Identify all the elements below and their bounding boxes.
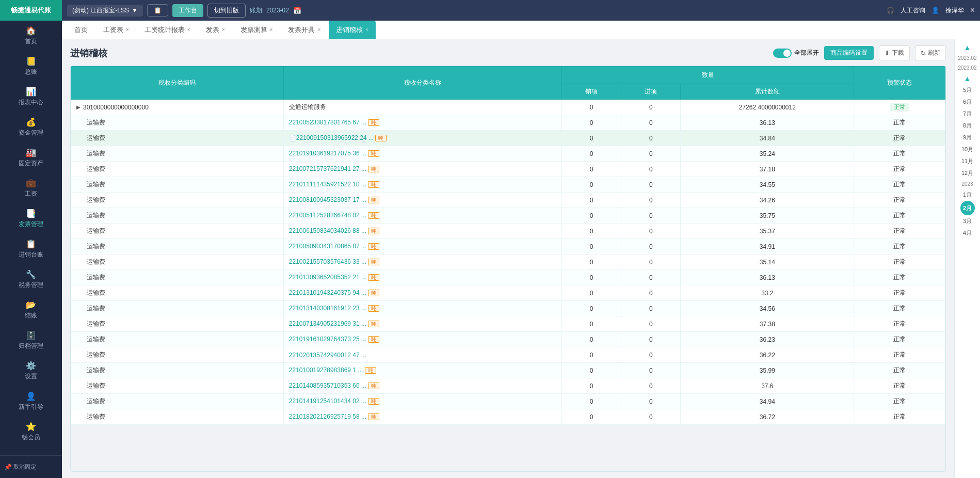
table-row[interactable]: 运输费 221007215737621941 27 ... 吨 0 0 37.1… — [71, 162, 945, 177]
tab-close-icon[interactable]: × — [222, 27, 225, 33]
table-row[interactable]: 运输费 221018202126925719 58 ... 吨 0 0 36.7… — [71, 409, 945, 425]
tab-invoice-issue[interactable]: 发票开具 × — [281, 21, 328, 39]
row-code: 运输费 — [71, 254, 284, 270]
unit-tag[interactable]: 吨 — [368, 383, 379, 389]
unit-tag[interactable]: 吨 — [368, 166, 379, 172]
table-row[interactable]: 运输费 221005112528266748 02 ... 吨 0 0 35.7… — [71, 208, 945, 224]
table-row[interactable]: 运输费 221007134905231969 31 ... 吨 0 0 37.3… — [71, 316, 945, 332]
expand-triangle-icon[interactable]: ▶ — [76, 104, 81, 110]
timeline-down-arrow[interactable]: ▲ — [962, 73, 973, 84]
table-row[interactable]: 运输费 221019161029764373 25 ... 吨 0 0 36.2… — [71, 332, 945, 347]
calendar-icon[interactable]: 📅 — [293, 7, 301, 14]
unit-tag[interactable]: 吨 — [368, 274, 379, 281]
tab-home[interactable]: 首页 — [67, 21, 95, 39]
unit-tag[interactable]: 吨 — [375, 135, 387, 141]
copy-button[interactable]: 📋 — [147, 4, 168, 17]
close-button[interactable]: × — [970, 6, 975, 15]
timeline-month-10[interactable]: 10月 — [955, 144, 980, 155]
workbench-button[interactable]: 工作台 — [172, 4, 203, 17]
unit-tag[interactable]: 吨 — [368, 259, 379, 265]
tab-close-icon[interactable]: × — [317, 27, 320, 33]
unit-tag[interactable]: 吨 — [368, 228, 379, 234]
tab-close-icon[interactable]: × — [126, 27, 129, 33]
row-sales: 0 — [561, 131, 621, 146]
sidebar-item-invoice[interactable]: 📑 发票管理 — [0, 203, 62, 234]
table-row[interactable]: 运输费 221010019278983869 1 ... 吨 0 0 35.99… — [71, 363, 945, 378]
tab-reconcile[interactable]: 进销稽核 × — [329, 21, 376, 39]
unit-tag[interactable]: 吨 — [368, 119, 379, 126]
product-code-settings-button[interactable]: 商品编码设置 — [824, 46, 874, 60]
sidebar-item-funds[interactable]: 💰 资金管理 — [0, 112, 62, 142]
unit-tag[interactable]: 吨 — [368, 150, 379, 157]
table-row[interactable]: 运输费 221011111435921522 10 ... 吨 0 0 34.5… — [71, 177, 945, 193]
table-row[interactable]: 运输费 📄221009150313965922 24 ... 吨 0 0 34.… — [71, 131, 945, 146]
timeline-month-2[interactable]: 2月 — [960, 201, 975, 215]
unit-tag[interactable]: 吨 — [368, 212, 379, 219]
tab-close-icon[interactable]: × — [187, 27, 190, 33]
table-row[interactable]: 运输费 221008100945323037 17 ... 吨 0 0 34.2… — [71, 193, 945, 208]
sidebar-item-home[interactable]: 🏠 首页 — [0, 21, 62, 51]
table-row[interactable]: 运输费 221005233817801765 67 ... 吨 0 0 36.1… — [71, 115, 945, 131]
row-purchase: 0 — [621, 378, 681, 394]
company-selector[interactable]: (勿动) 江西报宝-LSS ▼ — [67, 5, 143, 17]
tab-invoice[interactable]: 发票 × — [199, 21, 232, 39]
expand-toggle[interactable] — [773, 49, 792, 58]
sidebar-item-tax[interactable]: 🔧 税务管理 — [0, 264, 62, 295]
table-row[interactable]: 运输费 221002155703576436 33 ... 吨 0 0 35.1… — [71, 254, 945, 270]
table-row[interactable]: ▶ 3010000000000000000 交通运输服务 0 0 27262.4… — [71, 100, 945, 115]
table-row[interactable]: 运输费 221005090343170865 87 ... 吨 0 0 34.9… — [71, 239, 945, 254]
timeline-up-arrow[interactable]: ▲ — [962, 42, 973, 53]
table-row[interactable]: 运输费 221014191254101434 02 ... 吨 0 0 34.9… — [71, 394, 945, 409]
sidebar-item-reports[interactable]: 📊 报表中心 — [0, 82, 62, 112]
timeline-month-9[interactable]: 9月 — [955, 132, 980, 144]
row-invoice-num: 221019103619217075 36 ... 吨 — [283, 146, 561, 162]
unit-tag[interactable]: 吨 — [368, 336, 379, 343]
sidebar-item-archive[interactable]: 🗄️ 归档管理 — [0, 325, 62, 356]
unit-tag[interactable]: 吨 — [365, 367, 376, 374]
sidebar-item-settings[interactable]: ⚙️ 设置 — [0, 356, 62, 386]
unit-tag[interactable]: 吨 — [368, 181, 379, 188]
timeline-month-8[interactable]: 8月 — [955, 120, 980, 132]
timeline-month-5[interactable]: 5月 — [955, 84, 980, 96]
table-row[interactable]: 运输费 221014085935710353 66 ... 吨 0 0 37.6… — [71, 378, 945, 394]
table-row[interactable]: 运输费 221019103619217075 36 ... 吨 0 0 35.2… — [71, 146, 945, 162]
row-code: ▶ 3010000000000000000 — [71, 100, 284, 115]
support-label[interactable]: 人工咨询 — [901, 6, 925, 15]
tab-close-icon[interactable]: × — [270, 27, 273, 33]
sidebar-item-close[interactable]: 📂 结账 — [0, 295, 62, 325]
timeline-month-12[interactable]: 12月 — [955, 167, 980, 179]
sidebar-item-ledger[interactable]: 📒 总账 — [0, 51, 62, 82]
unit-tag[interactable]: 吨 — [368, 197, 379, 203]
sidebar-item-salary[interactable]: 💼 工资 — [0, 173, 62, 203]
timeline-month-1[interactable]: 1月 — [955, 189, 980, 201]
sidebar-item-assets[interactable]: 🏭 固定资产 — [0, 142, 62, 173]
unit-tag[interactable]: 吨 — [368, 398, 379, 405]
switch-version-button[interactable]: 切到旧版 — [207, 4, 246, 18]
tab-reconcile-close-icon[interactable]: × — [365, 27, 368, 33]
tab-salary-stats[interactable]: 工资统计报表 × — [137, 21, 198, 39]
unit-tag[interactable]: 吨 — [368, 243, 379, 250]
download-button[interactable]: ⬇ 下载 — [879, 45, 910, 60]
table-row[interactable]: 运输费 221020135742940012 47 ... 0 0 36.22 … — [71, 347, 945, 363]
timeline-month-4[interactable]: 4月 — [955, 227, 980, 239]
table-row[interactable]: 运输费 221013140308161912 23 ... 吨 0 0 34.5… — [71, 301, 945, 316]
unpin-button[interactable]: 📌 取消固定 — [0, 460, 62, 474]
unit-tag[interactable]: 吨 — [368, 413, 379, 420]
unit-tag[interactable]: 吨 — [368, 305, 379, 312]
timeline-month-7[interactable]: 7月 — [955, 108, 980, 120]
sidebar-item-guide[interactable]: 👤 新手引导 — [0, 386, 62, 417]
tab-invoice-calc[interactable]: 发票测算 × — [233, 21, 280, 39]
file-icon[interactable]: 📄 — [289, 135, 296, 141]
timeline-month-6[interactable]: 6月 — [955, 96, 980, 108]
timeline-month-3[interactable]: 3月 — [955, 215, 980, 227]
unit-tag[interactable]: 吨 — [368, 290, 379, 296]
table-row[interactable]: 运输费 221006150834034026 88 ... 吨 0 0 35.3… — [71, 224, 945, 239]
sidebar-item-vip[interactable]: ⭐ 畅会员 — [0, 417, 62, 447]
unit-tag[interactable]: 吨 — [368, 321, 379, 327]
refresh-button[interactable]: ↻ 刷新 — [915, 45, 946, 60]
table-row[interactable]: 运输费 221013101943240375 94 ... 吨 0 0 33.2… — [71, 285, 945, 301]
sidebar-item-ledger2[interactable]: 📋 进销台账 — [0, 234, 62, 264]
tab-salary-table[interactable]: 工资表 × — [96, 21, 136, 39]
timeline-month-11[interactable]: 11月 — [955, 155, 980, 167]
table-row[interactable]: 运输费 221013093652085352 21 ... 吨 0 0 36.1… — [71, 270, 945, 285]
